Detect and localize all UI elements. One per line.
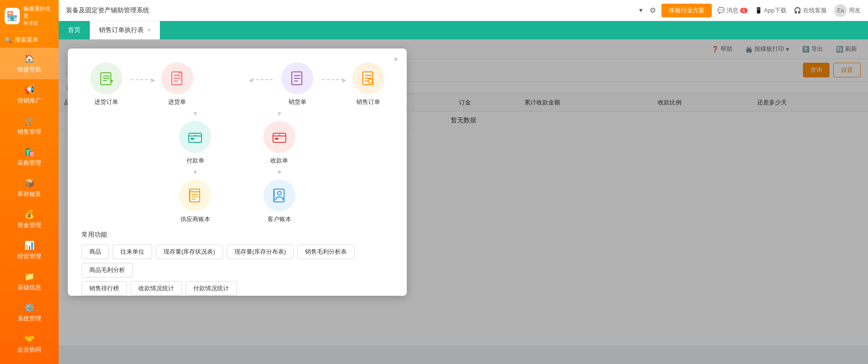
home-icon: 🏠 xyxy=(24,54,34,64)
tabbar: 首页 销售订单执行表 × xyxy=(59,21,868,39)
purchase-bill-icon: ✓ xyxy=(161,62,193,94)
sidebar-item-newbie[interactable]: ❓ 新手引导 xyxy=(0,359,59,364)
flow-node-receipt[interactable]: ¥ 收款单 xyxy=(250,121,309,165)
sidebar-item-sales[interactable]: 🛒 销售管理 xyxy=(0,110,59,141)
system-dropdown[interactable]: ▼ xyxy=(638,7,644,14)
avatar: Ea xyxy=(834,4,847,17)
svg-rect-19 xyxy=(369,79,372,83)
func-btn-stock-dist[interactable]: 现存量(库存分布表) xyxy=(227,244,294,259)
flow-node-sales-bill[interactable]: 销货单 xyxy=(273,62,322,106)
service-icon: 🎧 xyxy=(794,7,801,14)
header-actions: 💬 消息 6 📱 App下载 🎧 在线客服 Ea 用友 xyxy=(717,4,861,17)
svg-text:✓: ✓ xyxy=(179,74,181,76)
sidebar-item-marketing[interactable]: 📢 营销推广 xyxy=(0,79,59,110)
func-btn-receipt-stats[interactable]: 收款情况统计 xyxy=(131,281,182,296)
sidebar-item-inventory[interactable]: 📦 库存核算 xyxy=(0,173,59,204)
sidebar-item-cooperation[interactable]: 🤝 企业协同 xyxy=(0,328,59,359)
svg-text:¥: ¥ xyxy=(278,133,281,137)
supplier-ledger-icon xyxy=(179,179,211,212)
svg-rect-33 xyxy=(189,189,191,202)
logo-text: 畅康通好生意 标准版 xyxy=(23,5,54,26)
func-btn-payment-stats[interactable]: 付款情况统计 xyxy=(186,281,237,296)
sidebar-item-basic[interactable]: 📁 基础信息 xyxy=(0,266,59,297)
sidebar-item-purchase[interactable]: 🛍️ 采购管理 xyxy=(0,141,59,173)
tab-sales-order[interactable]: 销售订单执行表 × xyxy=(90,21,160,39)
popup-close-button[interactable]: × xyxy=(390,54,401,65)
online-service-action[interactable]: 🎧 在线客服 xyxy=(794,6,827,15)
flow-node-sales-order[interactable]: 销售订单 xyxy=(344,62,393,106)
basic-icon: 📁 xyxy=(24,272,34,282)
flow-node-purchase-bill[interactable]: ✓ 进货单 xyxy=(153,62,202,106)
flow-node-customer-ledger[interactable]: 客户账本 xyxy=(250,179,309,223)
svg-text:¥: ¥ xyxy=(194,133,197,137)
marketing-icon: 📢 xyxy=(24,85,34,95)
func-buttons-row1: 商品 往来单位 现存量(库存状况表) 现存量(库存分布表) 销售毛利分析表 商品… xyxy=(82,244,393,277)
sidebar: 🏪 畅康通好生意 标准版 🔍 搜索菜单 🏠 快捷导航 📢 营销推广 🛒 销售管理… xyxy=(0,0,59,364)
svg-rect-26 xyxy=(275,138,278,140)
purchase-icon: 🛍️ xyxy=(24,147,34,157)
cooperation-icon: 🤝 xyxy=(24,334,34,344)
message-icon: 💬 xyxy=(717,7,725,14)
payment-icon: ¥ xyxy=(179,121,211,153)
search-menu[interactable]: 🔍 搜索菜单 xyxy=(0,32,59,48)
func-buttons-row2: 销售排行榜 收款情况统计 付款情况统计 xyxy=(82,281,393,296)
overlay[interactable]: × 进货订单 ▶ ✓ 进货单 xyxy=(59,39,868,364)
finance-icon: 💰 xyxy=(24,209,34,219)
inventory-icon: 📦 xyxy=(24,178,34,188)
tab-home[interactable]: 首页 xyxy=(59,21,90,39)
flow-node-payment[interactable]: ¥ 付款单 xyxy=(166,121,225,165)
svg-marker-4 xyxy=(110,79,114,83)
message-badge: 6 xyxy=(740,8,748,13)
sidebar-item-finance[interactable]: 💰 资金管理 xyxy=(0,204,59,235)
sales-bill-icon xyxy=(281,62,313,94)
system-title: 装备及固定资产辅助管理系统 xyxy=(66,6,633,15)
message-action[interactable]: 💬 消息 6 xyxy=(717,6,748,15)
sidebar-item-system[interactable]: ⚙️ 系统管理 xyxy=(0,297,59,328)
chevron-down-icon: ▼ xyxy=(638,7,644,14)
receipt-icon: ¥ xyxy=(263,121,295,153)
sidebar-nav: 🏠 快捷导航 📢 营销推广 🛒 销售管理 🛍️ 采购管理 📦 库存核算 💰 资金… xyxy=(0,48,59,364)
func-btn-stock-status[interactable]: 现存量(库存状况表) xyxy=(156,244,223,259)
common-functions: 常用功能 商品 往来单位 现存量(库存状况表) 现存量(库存分布表) 销售毛利分… xyxy=(82,231,393,296)
svg-rect-22 xyxy=(191,138,194,140)
common-functions-title: 常用功能 xyxy=(82,231,393,239)
experience-button[interactable]: 体验行业方案 xyxy=(661,4,712,17)
user-action[interactable]: Ea 用友 xyxy=(834,4,861,17)
func-btn-counterpart[interactable]: 往来单位 xyxy=(113,244,152,259)
app-download-action[interactable]: 📱 App下载 xyxy=(755,6,786,15)
sidebar-item-quick-nav[interactable]: 🏠 快捷导航 xyxy=(0,48,59,79)
sales-order-icon xyxy=(352,62,384,94)
purchase-order-icon xyxy=(90,62,122,94)
logo-icon: 🏪 xyxy=(5,8,20,24)
svg-rect-28 xyxy=(190,189,200,202)
download-icon: 📱 xyxy=(755,7,762,14)
header: 装备及固定资产辅助管理系统 ▼ ⚙ 体验行业方案 💬 消息 6 📱 App下载 … xyxy=(59,0,868,21)
svg-rect-36 xyxy=(273,189,275,202)
flow-node-purchase-order[interactable]: 进货订单 xyxy=(82,62,131,106)
customer-ledger-icon xyxy=(263,179,295,212)
operation-icon: 📊 xyxy=(24,240,34,250)
sidebar-logo: 🏪 畅康通好生意 标准版 xyxy=(0,0,59,32)
flow-node-supplier-ledger[interactable]: 供应商账本 xyxy=(166,179,225,223)
sales-icon: 🛒 xyxy=(24,116,34,126)
func-btn-product-profit[interactable]: 商品毛利分析 xyxy=(82,263,133,277)
flow-popup: × 进货订单 ▶ ✓ 进货单 xyxy=(68,49,407,296)
sidebar-item-operation[interactable]: 📊 经营管理 xyxy=(0,235,59,266)
system-icon: ⚙️ xyxy=(24,303,34,313)
func-btn-product[interactable]: 商品 xyxy=(82,244,109,259)
svg-point-35 xyxy=(278,191,281,195)
tab-close-icon[interactable]: × xyxy=(147,27,151,33)
func-btn-sales-rank[interactable]: 销售排行榜 xyxy=(82,281,127,296)
settings-icon[interactable]: ⚙ xyxy=(650,6,656,15)
func-btn-sales-profit[interactable]: 销售毛利分析表 xyxy=(297,244,355,259)
search-icon: 🔍 xyxy=(5,37,12,43)
